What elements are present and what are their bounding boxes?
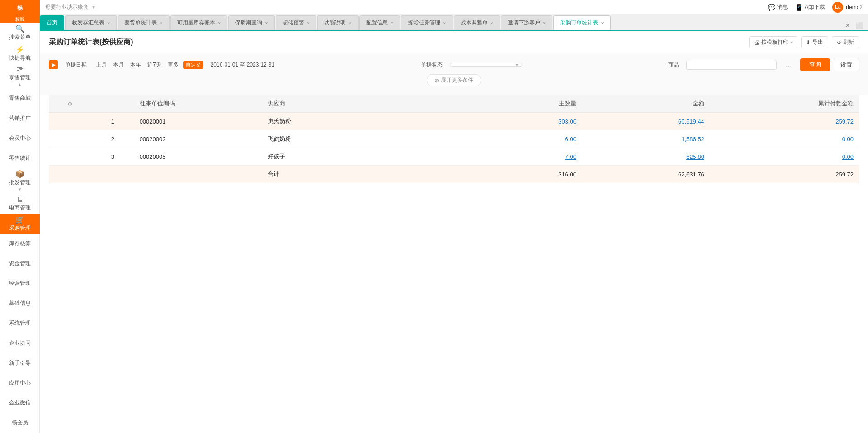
sidebar-item-finance[interactable]: 资金管理 [0, 254, 40, 274]
sidebar-item-members[interactable]: 会员中心 [0, 128, 40, 148]
export-button[interactable]: ⬇ 导出 [801, 36, 828, 48]
tab-purchase-summary[interactable]: 采购订单统计表 × [553, 15, 610, 30]
tab-func-desc[interactable]: 功能说明 × [317, 15, 358, 30]
sidebar-item-retail-stats[interactable]: 零售统计 [0, 148, 40, 168]
goods-filter-ellipsis[interactable]: ... [784, 61, 793, 68]
user-profile[interactable]: Ea demo2 [832, 2, 863, 13]
tab-order-summary-close[interactable]: × [160, 20, 162, 26]
filter-toggle-button[interactable]: ▶ [49, 60, 58, 69]
tab-order-summary[interactable]: 要货单统计表 × [118, 15, 169, 30]
sidebar-item-system[interactable]: 系统管理 [0, 314, 40, 333]
sidebar-item-finance-label: 资金管理 [9, 260, 31, 267]
row-amount-cell[interactable]: 60,519.44 [582, 113, 710, 130]
expand-row: ⊕ 展开更多条件 [49, 71, 859, 89]
sidebar-item-purchase[interactable]: 🛒 采购管理 [0, 214, 40, 234]
shortcut-last-month[interactable]: 上月 [94, 60, 108, 70]
table-header-row: ⚙ 往来单位编码 供应商 主数量 金额 累计付款金额 [49, 95, 859, 113]
message-button[interactable]: 💬 消息 [768, 3, 788, 11]
status-select[interactable]: ▾ [450, 63, 522, 67]
shortcut-more[interactable]: 更多 [166, 60, 180, 70]
sidebar-item-quick-nav[interactable]: ⚡ 快捷导航 [0, 43, 40, 63]
tab-picking-task-close[interactable]: × [443, 20, 446, 26]
sidebar-item-retail[interactable]: 🛍 零售管理 ▲ [0, 64, 40, 89]
tab-config-info-close[interactable]: × [391, 20, 393, 26]
main-area: 母婴行业演示账套 ▾ 💬 消息 📱 App下载 Ea demo2 首页 [40, 0, 868, 433]
table-footer-row: 合计 316.00 62,631.76 259.72 [49, 166, 859, 183]
shortcut-this-month[interactable]: 本月 [111, 60, 126, 70]
row-qty-cell[interactable]: 303.00 [475, 113, 582, 130]
tab-invite-downstream[interactable]: 邀请下游客户 × [501, 15, 552, 30]
tab-overstock-warning-close[interactable]: × [307, 20, 310, 26]
tab-cost-adjust[interactable]: 成本调整单 × [454, 15, 500, 30]
tab-warranty-query-label: 保质期查询 [235, 19, 262, 27]
sidebar-item-enterprise[interactable]: 企业协同 [0, 333, 40, 353]
row-paid-cell[interactable]: 259.72 [710, 113, 859, 130]
print-button[interactable]: 🖨 按模板打印 ▾ [749, 36, 797, 48]
sidebar-item-app-center-label: 应用中心 [9, 380, 31, 387]
sidebar-item-marketing[interactable]: 营销推广 [0, 109, 40, 128]
sidebar-item-basics[interactable]: 基础信息 [0, 294, 40, 314]
tab-purchase-summary-close[interactable]: × [601, 20, 604, 26]
sidebar-item-enterprise-wechat[interactable]: 企业微信 [0, 393, 40, 413]
tab-available-stock-close[interactable]: × [218, 20, 221, 26]
page-header: 采购订单统计表(按供应商) 🖨 按模板打印 ▾ ⬇ 导出 ↺ 刷新 [40, 31, 868, 52]
sidebar-item-app-center[interactable]: 应用中心 [0, 373, 40, 393]
tab-config-info[interactable]: 配置信息 × [359, 15, 400, 30]
settings-button[interactable]: 设置 [834, 58, 859, 71]
retail-icon: 🛍 [16, 65, 24, 73]
export-icon: ⬇ [806, 39, 811, 46]
sidebar-item-wholesale[interactable]: 📦 批发管理 ▼ [0, 168, 40, 194]
row-amount-cell[interactable]: 1,586.52 [582, 130, 710, 148]
tab-func-desc-close[interactable]: × [349, 20, 351, 26]
sidebar-item-guide[interactable]: 新手引导 [0, 353, 40, 373]
tab-restore-button[interactable]: ⬜ [855, 21, 864, 30]
message-label: 消息 [777, 3, 788, 11]
tab-cost-adjust-label: 成本调整单 [461, 19, 488, 27]
tab-picking-task-label: 拣货任务管理 [408, 19, 440, 27]
tab-overstock-warning[interactable]: 超储预警 × [276, 15, 316, 30]
sidebar-item-membership[interactable]: 畅会员 [0, 413, 40, 433]
sidebar-item-operations[interactable]: 经营管理 [0, 274, 40, 294]
row-num-cell: 1 [91, 113, 134, 130]
tab-close-all-button[interactable]: ✕ [844, 21, 851, 30]
sidebar-item-members-label: 会员中心 [9, 135, 31, 142]
tab-invite-downstream-label: 邀请下游客户 [508, 19, 540, 27]
row-paid-cell[interactable]: 0.00 [710, 148, 859, 166]
row-amount-cell[interactable]: 525.80 [582, 148, 710, 166]
sidebar-item-retail-shop[interactable]: 零售商城 [0, 89, 40, 109]
tab-available-stock[interactable]: 可用量库存账本 × [170, 15, 227, 30]
topbar-actions: 💬 消息 📱 App下载 Ea demo2 [768, 2, 863, 13]
sidebar: 畅 标版 🔍 搜索菜单 ⚡ 快捷导航 🛍 零售管理 ▲ 零售商城 营销推广 会员… [0, 0, 40, 433]
tab-cost-adjust-close[interactable]: × [491, 20, 493, 26]
status-select-arrow-icon: ▾ [516, 62, 518, 67]
row-paid-cell[interactable]: 0.00 [710, 130, 859, 148]
tab-warranty-query-close[interactable]: × [265, 20, 268, 26]
footer-settings-cell [49, 166, 91, 183]
sidebar-item-inventory[interactable]: 库存核算 [0, 234, 40, 254]
refresh-button[interactable]: ↺ 刷新 [832, 36, 859, 48]
col-paid-header: 累计付款金额 [710, 95, 859, 113]
app-download-button[interactable]: 📱 App下载 [795, 3, 825, 11]
tab-collect-send[interactable]: 收发存汇总表 × [65, 15, 117, 30]
row-qty-cell[interactable]: 6.00 [475, 130, 582, 148]
tab-func-desc-label: 功能说明 [324, 19, 346, 27]
query-button[interactable]: 查询 [800, 58, 830, 71]
tab-collect-send-close[interactable]: × [107, 20, 110, 26]
shortcut-this-year[interactable]: 本年 [128, 60, 143, 70]
row-qty-cell[interactable]: 7.00 [475, 148, 582, 166]
custom-badge[interactable]: 自定义 [183, 61, 203, 69]
breadcrumb-arrow: ▾ [92, 4, 95, 10]
sidebar-item-search[interactable]: 🔍 搜索菜单 [0, 23, 40, 43]
tab-warranty-query[interactable]: 保质期查询 × [228, 15, 274, 30]
tab-home[interactable]: 首页 [40, 15, 64, 30]
goods-filter-input[interactable] [686, 60, 777, 70]
tab-picking-task[interactable]: 拣货任务管理 × [401, 15, 453, 30]
app-download-label: App下载 [805, 3, 825, 11]
sidebar-item-ecommerce[interactable]: 🖥 电商管理 [0, 193, 40, 214]
tab-invite-downstream-close[interactable]: × [543, 20, 546, 26]
expand-more-button[interactable]: ⊕ 展开更多条件 [427, 74, 481, 86]
settings-icon[interactable]: ⚙ [67, 100, 73, 107]
table-row: 3 00020005 好孩子 7.00 525.80 0.00 [49, 148, 859, 166]
topbar: 母婴行业演示账套 ▾ 💬 消息 📱 App下载 Ea demo2 [40, 0, 868, 14]
shortcut-7days[interactable]: 近7天 [146, 60, 163, 70]
